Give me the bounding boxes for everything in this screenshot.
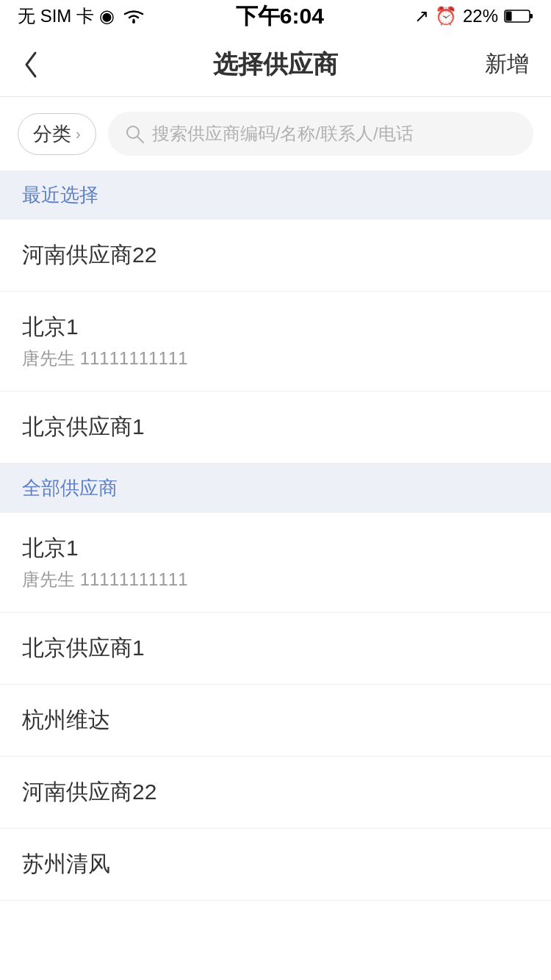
all-section-header: 全部供应商 bbox=[0, 464, 551, 513]
item-name: 河南供应商22 bbox=[22, 240, 529, 270]
category-label: 分类 bbox=[33, 121, 71, 147]
nav-bar: 选择供应商 新增 bbox=[0, 32, 551, 97]
item-name: 苏州清风 bbox=[22, 849, 529, 879]
status-right: ↗ ⏰ 22% bbox=[414, 6, 533, 26]
recent-section-header: 最近选择 bbox=[0, 170, 551, 220]
svg-rect-2 bbox=[530, 14, 533, 18]
list-item[interactable]: 北京供应商1 bbox=[0, 613, 551, 685]
svg-point-0 bbox=[132, 21, 135, 24]
battery-label: 22% bbox=[463, 6, 498, 26]
recent-section-label: 最近选择 bbox=[22, 184, 98, 206]
chevron-right-icon: › bbox=[76, 126, 81, 143]
battery-icon bbox=[504, 8, 533, 24]
item-name: 杭州维达 bbox=[22, 705, 529, 735]
item-name: 河南供应商22 bbox=[22, 777, 529, 807]
wifi-icon bbox=[122, 8, 145, 24]
all-section-label: 全部供应商 bbox=[22, 477, 118, 499]
page-title: 选择供应商 bbox=[213, 48, 338, 82]
svg-rect-3 bbox=[505, 12, 511, 21]
list-item[interactable]: 河南供应商22 bbox=[0, 220, 551, 292]
list-item[interactable]: 苏州清风 bbox=[0, 829, 551, 901]
search-icon bbox=[124, 123, 145, 144]
svg-line-5 bbox=[137, 137, 143, 143]
category-button[interactable]: 分类 › bbox=[18, 113, 96, 155]
alarm-icon: ⏰ bbox=[435, 6, 457, 26]
status-time: 下午6:04 bbox=[236, 1, 324, 32]
search-placeholder: 搜索供应商编码/名称/联系人/电话 bbox=[152, 122, 414, 145]
item-name: 北京1 bbox=[22, 533, 529, 563]
no-sim-label: 无 SIM 卡 ◉ bbox=[18, 4, 115, 28]
item-sub: 唐先生 11111111111 bbox=[22, 347, 529, 370]
list-item[interactable]: 杭州维达 bbox=[0, 685, 551, 757]
item-sub: 唐先生 11111111111 bbox=[22, 568, 529, 591]
all-suppliers-list: 北京1 唐先生 11111111111 北京供应商1 杭州维达 河南供应商22 … bbox=[0, 513, 551, 901]
item-name: 北京1 bbox=[22, 312, 529, 342]
list-item[interactable]: 北京1 唐先生 11111111111 bbox=[0, 292, 551, 392]
location-icon: ↗ bbox=[414, 6, 429, 26]
search-input-wrap[interactable]: 搜索供应商编码/名称/联系人/电话 bbox=[108, 112, 533, 156]
recent-list: 河南供应商22 北京1 唐先生 11111111111 北京供应商1 bbox=[0, 220, 551, 464]
item-name: 北京供应商1 bbox=[22, 412, 529, 442]
item-name: 北京供应商1 bbox=[22, 633, 529, 663]
list-item[interactable]: 北京供应商1 bbox=[0, 392, 551, 464]
list-item[interactable]: 北京1 唐先生 11111111111 bbox=[0, 513, 551, 613]
list-item[interactable]: 河南供应商22 bbox=[0, 757, 551, 829]
status-bar: 无 SIM 卡 ◉ 下午6:04 ↗ ⏰ 22% bbox=[0, 0, 551, 32]
status-left: 无 SIM 卡 ◉ bbox=[18, 4, 145, 28]
search-bar: 分类 › 搜索供应商编码/名称/联系人/电话 bbox=[0, 97, 551, 170]
add-button[interactable]: 新增 bbox=[485, 49, 529, 79]
back-button[interactable] bbox=[22, 50, 66, 79]
